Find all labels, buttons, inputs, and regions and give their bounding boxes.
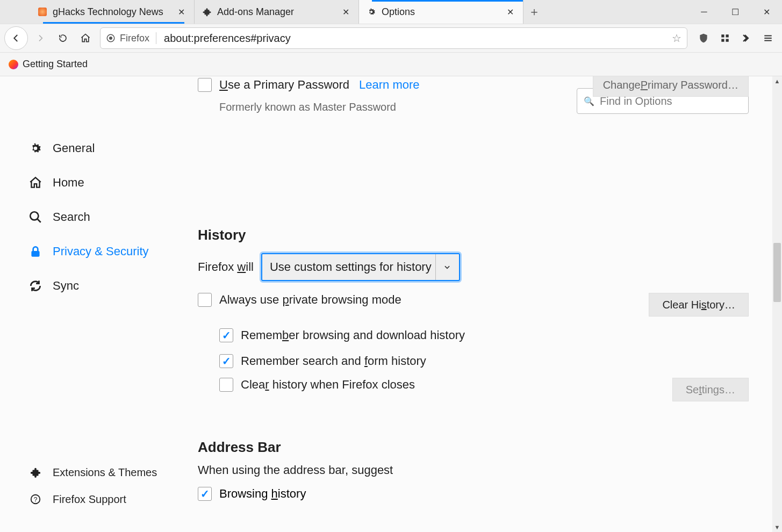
svg-rect-7 [31, 251, 39, 257]
history-mode-select[interactable]: Use custom settings for history [261, 253, 460, 281]
tab-ghacks[interactable]: gHacks Technology News ✕ [30, 0, 195, 24]
select-value: Use custom settings for history [270, 260, 432, 274]
clear-on-close-row-wrap: Clear history when Firefox closes Settin… [198, 378, 749, 401]
svg-rect-4 [721, 39, 724, 42]
svg-point-6 [30, 212, 38, 220]
tab-options[interactable]: Options ✕ [359, 0, 523, 24]
overflow-icon[interactable] [737, 28, 756, 48]
url-bar[interactable]: Firefox about:preferences#privacy ☆ [100, 27, 687, 49]
sidebar-item-extensions[interactable]: Extensions & Themes [28, 459, 173, 486]
sidebar-item-label: Extensions & Themes [53, 466, 157, 479]
shield-icon[interactable] [694, 28, 713, 48]
tab-label: Options [382, 6, 501, 18]
tab-label: gHacks Technology News [53, 6, 173, 18]
address-bar-subtitle: When using the address bar, suggest [198, 463, 749, 477]
content-area: 🔍 Find in Options General Home Search Pr… [0, 76, 782, 532]
tab-label: Add-ons Manager [217, 6, 337, 18]
learn-more-link[interactable]: Learn more [359, 78, 420, 92]
remember-form-checkbox[interactable] [219, 354, 233, 368]
scroll-down-arrow[interactable]: ▼ [772, 522, 782, 532]
remember-form-label: Remember search and form history [241, 354, 426, 368]
firefox-will-label: Firefox will [198, 260, 254, 274]
svg-text:?: ? [34, 496, 38, 504]
sidebar-item-sync[interactable]: Sync [28, 269, 173, 303]
divider [156, 32, 156, 44]
change-primary-password-button[interactable]: Change Primary Password… [593, 76, 749, 97]
reload-button[interactable] [53, 28, 73, 48]
bookmark-label: Getting Started [23, 59, 88, 70]
formerly-label: Formerly known as Master Password [219, 101, 396, 113]
sidebar-item-support[interactable]: ? Firefox Support [28, 486, 173, 513]
sidebar-item-label: Home [53, 176, 84, 190]
help-icon: ? [28, 493, 43, 505]
tab-addons[interactable]: Add-ons Manager ✕ [195, 0, 359, 24]
maximize-button[interactable]: ☐ [720, 0, 751, 24]
identity-box[interactable]: Firefox [106, 32, 159, 44]
firefox-logo-icon [106, 33, 116, 43]
use-primary-password-checkbox[interactable] [198, 78, 212, 92]
sidebar-item-label: Search [53, 210, 90, 224]
suggest-history-row: Browsing history [198, 487, 749, 501]
always-private-label: Always use private browsing mode [219, 293, 401, 307]
gear-icon [28, 141, 43, 155]
passwords-section-partial: Use a Primary Password Learn more Change… [198, 76, 749, 130]
sidebar-item-home[interactable]: Home [28, 166, 173, 200]
svg-point-1 [109, 37, 112, 40]
new-tab-button[interactable]: ＋ [523, 0, 545, 24]
sidebar-item-label: Sync [53, 279, 79, 293]
menu-button[interactable] [758, 28, 778, 48]
always-private-row: Always use private browsing mode [198, 293, 401, 307]
history-mode-row: Firefox will Use custom settings for his… [198, 253, 749, 281]
use-primary-password-label: Use a Primary Password [219, 78, 349, 92]
svg-rect-3 [726, 34, 729, 37]
bookmark-star-icon[interactable]: ☆ [672, 32, 681, 45]
back-button[interactable] [4, 26, 28, 50]
sidebar-item-privacy[interactable]: Privacy & Security [28, 234, 173, 269]
puzzle-icon [28, 466, 43, 478]
sidebar-item-label: General [53, 141, 95, 155]
bookmarks-toolbar: Getting Started [0, 53, 782, 76]
sidebar-item-label: Privacy & Security [53, 245, 149, 258]
scroll-thumb[interactable] [773, 243, 781, 302]
close-icon[interactable]: ✕ [507, 7, 515, 17]
home-button[interactable] [75, 28, 96, 48]
tab-strip: gHacks Technology News ✕ Add-ons Manager… [0, 0, 782, 24]
category-sidebar: General Home Search Privacy & Security S… [28, 131, 173, 303]
window-controls: ─ ☐ ✕ [688, 0, 782, 24]
vertical-scrollbar[interactable]: ▲ ▼ [772, 76, 782, 532]
url-text: about:preferences#privacy [164, 32, 666, 45]
clear-on-close-checkbox[interactable] [219, 378, 233, 392]
always-private-checkbox[interactable] [198, 293, 212, 307]
extension-grid-icon[interactable] [715, 28, 735, 48]
suggest-history-checkbox[interactable] [198, 487, 212, 501]
address-bar-heading: Address Bar [198, 439, 749, 456]
sidebar-item-label: Firefox Support [53, 493, 126, 506]
private-mode-row-wrap: Always use private browsing mode Clear H… [198, 293, 749, 317]
forward-button[interactable] [30, 28, 51, 48]
home-icon [28, 176, 43, 190]
suggest-history-label: Browsing history [219, 487, 306, 501]
remember-browsing-row: Remember browsing and download history [219, 328, 749, 342]
history-settings-button[interactable]: Settings… [672, 378, 749, 401]
identity-label: Firefox [120, 33, 149, 44]
bookmark-getting-started[interactable]: Getting Started [9, 59, 88, 70]
svg-rect-5 [726, 39, 729, 42]
remember-browsing-checkbox[interactable] [219, 328, 233, 342]
scroll-up-arrow[interactable]: ▲ [772, 76, 782, 86]
remember-browsing-label: Remember browsing and download history [241, 328, 465, 342]
favicon-ghacks [38, 7, 47, 17]
close-window-button[interactable]: ✕ [751, 0, 782, 24]
sidebar-bottom: Extensions & Themes ? Firefox Support [28, 459, 173, 513]
settings-main: Use a Primary Password Learn more Change… [198, 76, 749, 501]
sync-icon [28, 279, 43, 293]
minimize-button[interactable]: ─ [688, 0, 720, 24]
close-icon[interactable]: ✕ [178, 7, 186, 17]
close-icon[interactable]: ✕ [342, 7, 351, 17]
tabstrip-spacer [0, 0, 30, 24]
sidebar-item-general[interactable]: General [28, 131, 173, 166]
clear-on-close-label: Clear history when Firefox closes [241, 378, 415, 392]
firefox-icon [9, 60, 18, 69]
sidebar-item-search[interactable]: Search [28, 200, 173, 234]
use-primary-password-row: Use a Primary Password Learn more Change… [198, 76, 749, 97]
clear-history-button[interactable]: Clear History… [649, 293, 749, 317]
